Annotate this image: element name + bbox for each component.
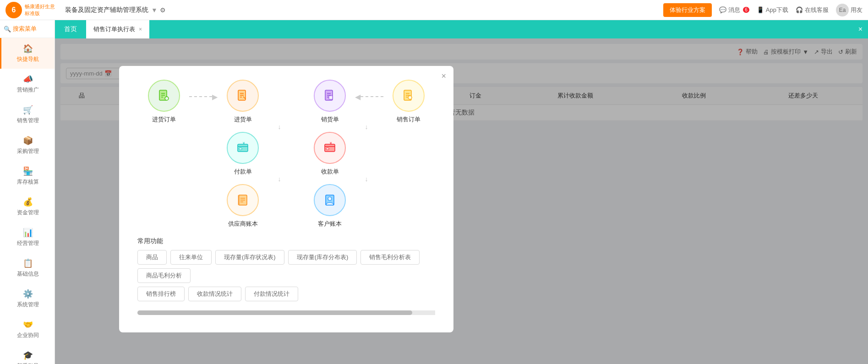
modal-close-btn[interactable]: ×: [441, 71, 446, 81]
message-badge: 6: [743, 7, 749, 13]
common-btn-partners[interactable]: 往来单位: [170, 250, 212, 265]
flow-purchase-order: 进货订单: [148, 80, 180, 124]
svg-rect-13: [329, 96, 333, 99]
spacer10: [190, 176, 222, 182]
search-menu-btn[interactable]: 🔍 搜索菜单: [0, 20, 55, 38]
finance-icon: 💰: [23, 197, 33, 207]
sidebar-item-finance[interactable]: 💰 资金管理: [0, 191, 55, 222]
enterprise-icon: 🤝: [23, 320, 33, 330]
common-btn-payment-stat[interactable]: 付款情况统计: [245, 287, 298, 301]
basic-icon: 📋: [23, 258, 33, 268]
tab-bar: 首页 销售订单执行表 × ×: [55, 20, 868, 38]
common-btn-product[interactable]: 商品: [137, 250, 167, 265]
flow-diagram: 进货订单 ▶: [137, 80, 435, 228]
main-area: 🔍 搜索菜单 🏠 快捷导航 📣 营销推广 🛒 销售管理 📦 采购管理 🏪: [0, 20, 868, 364]
flow-sales-order: 销售订单: [393, 80, 425, 124]
sales-order-icon: [393, 80, 425, 112]
sidebar-item-basic[interactable]: 📋 基础信息: [0, 253, 55, 283]
svg-point-33: [328, 197, 332, 201]
common-btn-stock-status[interactable]: 现存量(库存状况表): [215, 250, 284, 265]
marketing-icon: 📣: [23, 74, 33, 84]
app-download-btn[interactable]: 📱 App下载: [757, 6, 788, 14]
modal-overlay: ×: [55, 38, 868, 364]
sidebar-item-enterprise[interactable]: 🤝 企业协同: [0, 314, 55, 345]
common-btn-product-gross[interactable]: 商品毛利分析: [137, 268, 191, 283]
sidebar-item-quick-nav[interactable]: 🏠 快捷导航: [0, 38, 55, 69]
system-name-area: 装备及固定资产辅助管理系统 ▼ ⚙: [60, 5, 663, 16]
modal-box: ×: [119, 66, 453, 332]
scroll-track: [137, 310, 435, 315]
flow-supplier-ledger: 供应商账本: [227, 184, 259, 228]
svg-point-4: [165, 97, 169, 100]
common-functions-title: 常用功能: [137, 237, 435, 245]
common-btn-sales-gross[interactable]: 销售毛利分析表: [360, 250, 420, 265]
quick-nav-icon: 🏠: [23, 43, 33, 54]
sidebar-item-marketing[interactable]: 📣 营销推广: [0, 69, 55, 99]
sidebar-item-sales[interactable]: 🛒 销售管理: [0, 99, 55, 130]
sidebar-item-inventory[interactable]: 🏪 库存核算: [0, 161, 55, 191]
sidebar-item-operation[interactable]: 📊 经营管理: [0, 222, 55, 253]
payment-bill-icon: ¥: [227, 132, 259, 164]
download-icon: 📱: [757, 6, 764, 13]
system-dropdown-icon[interactable]: ▼: [151, 6, 158, 14]
system-icon: ⚙️: [23, 289, 33, 299]
system-name: 装备及固定资产辅助管理系统: [65, 6, 148, 14]
common-buttons-row2: 销售排行榜 收款情况统计 付款情况统计: [137, 287, 435, 301]
common-btn-stock-dist[interactable]: 现存量(库存分布表): [288, 250, 357, 265]
spacer11: [231, 176, 254, 182]
flow-payment-bill: ¥ 付款单: [227, 132, 259, 176]
sidebar-item-purchase[interactable]: 📦 采购管理: [0, 130, 55, 161]
online-service-btn[interactable]: 🎧 在线客服: [796, 6, 829, 14]
settings-icon[interactable]: ⚙: [158, 5, 169, 16]
experience-btn[interactable]: 体验行业方案: [663, 3, 712, 17]
logo-area: 6 畅康通好生意 标准版: [5, 2, 60, 18]
scroll-thumb: [137, 310, 412, 315]
spacer12: [305, 176, 341, 182]
svg-text:¥: ¥: [242, 141, 245, 145]
sidebar-item-newbie[interactable]: 🎓 新手引导: [0, 345, 55, 364]
logo-icon: 6: [5, 2, 22, 18]
purchase-order-icon: [148, 80, 180, 112]
supplier-ledger-icon: [227, 184, 259, 216]
svg-rect-25: [326, 148, 329, 150]
newbie-icon: 🎓: [23, 350, 33, 360]
sidebar: 🔍 搜索菜单 🏠 快捷导航 📣 营销推广 🛒 销售管理 📦 采购管理 🏪: [0, 20, 55, 364]
flow-purchase-bill: 进货单: [227, 80, 259, 124]
spacer3: [231, 124, 254, 130]
common-btn-sales-rank[interactable]: 销售排行榜: [137, 287, 185, 301]
user-area[interactable]: Ea 用友: [836, 4, 863, 16]
flow-sales-bill: 销货单: [314, 80, 346, 124]
spacer2: [190, 124, 222, 130]
purchase-icon: 📦: [23, 136, 33, 146]
content-area: 首页 销售订单执行表 × × ❓ 帮助 🖨 按模板打印: [55, 20, 868, 364]
tab-bar-close-btn[interactable]: ×: [858, 25, 863, 33]
logo-text: 畅康通好生意 标准版: [25, 3, 55, 16]
topbar: 6 畅康通好生意 标准版 装备及固定资产辅助管理系统 ▼ ⚙ 体验行业方案 💬 …: [0, 0, 868, 20]
common-functions-section: 常用功能 商品 往来单位 现存量(库存状况表) 现存量(库存分布表) 销售毛利分…: [137, 237, 435, 301]
tab-sales-execution[interactable]: 销售订单执行表 ×: [86, 20, 149, 38]
tab-home[interactable]: 首页: [55, 20, 86, 38]
flow-customer-ledger: 客户账本: [314, 184, 346, 228]
sales-bill-icon: [314, 80, 346, 112]
message-btn[interactable]: 💬 消息 6: [719, 6, 749, 14]
spacer4: [305, 124, 341, 130]
purchase-bill-icon: [227, 80, 259, 112]
svg-rect-31: [238, 195, 240, 205]
message-icon: 💬: [719, 6, 726, 13]
avatar: Ea: [836, 4, 849, 16]
topbar-actions: 体验行业方案 💬 消息 6 📱 App下载 🎧 在线客服 Ea 用友: [663, 3, 863, 17]
modal-scrollbar[interactable]: [137, 309, 435, 319]
flow-receipt-bill: ¥ 收款单: [314, 132, 346, 176]
sales-icon: 🛒: [23, 105, 33, 115]
svg-point-18: [408, 96, 412, 99]
sidebar-item-system[interactable]: ⚙️ 系统管理: [0, 283, 55, 314]
receipt-bill-icon: ¥: [314, 132, 346, 164]
inventory-icon: 🏪: [23, 166, 33, 176]
svg-rect-21: [239, 148, 242, 150]
tab-close-btn[interactable]: ×: [139, 26, 142, 33]
search-icon: 🔍: [4, 26, 11, 33]
page-content: ❓ 帮助 🖨 按模板打印 ▼ ↗ 导出 ↺ 刷新: [55, 38, 868, 364]
common-buttons-row: 商品 往来单位 现存量(库存状况表) 现存量(库存分布表) 销售毛利分析表 商品…: [137, 250, 435, 283]
operation-icon: 📊: [23, 228, 33, 238]
common-btn-receipt-stat[interactable]: 收款情况统计: [188, 287, 241, 301]
